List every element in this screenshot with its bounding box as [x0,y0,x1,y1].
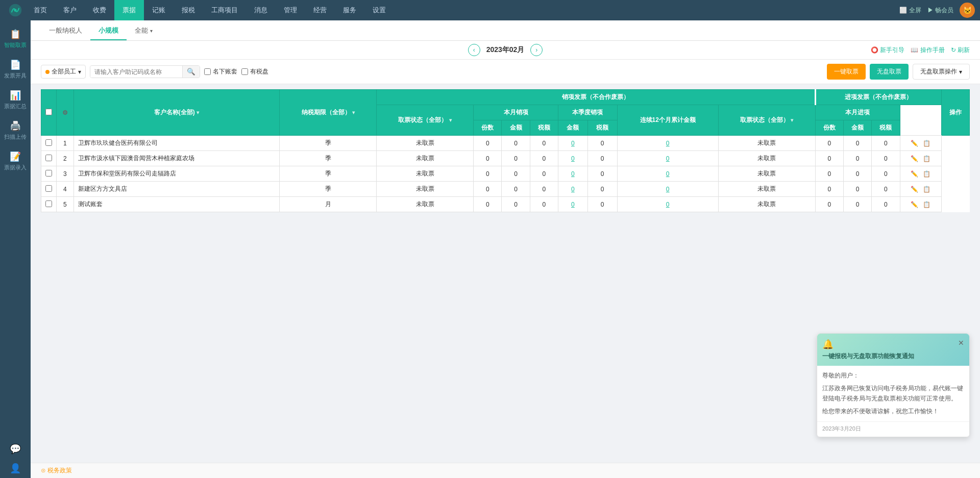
row-checkbox[interactable] [45,139,52,146]
row-cum12: 0 [617,182,718,197]
invoice-table: ⚙ 客户名称(全部) ▾ 纳税期限（全部） ▾ 销项发票（不合作废票） 进项发票… [41,89,970,212]
row-sq-tax: 0 [587,197,617,212]
tab-small-scale[interactable]: 小规模 [90,22,127,40]
nav-service[interactable]: 服务 [335,0,364,20]
row-edit-btn[interactable]: ✏️ [911,201,918,208]
no-disk-fetch-btn[interactable]: 无盘取票 [870,64,909,80]
sq-amount-link[interactable]: 0 [571,201,575,208]
sidebar-item-scan-upload[interactable]: 🖨️ 扫描上传 [1,116,30,145]
row-detail-btn[interactable]: 📋 [923,170,930,178]
tax-policy-link[interactable]: ⊙ 税务政策 [41,466,72,475]
row-detail-btn[interactable]: 📋 [923,140,930,147]
tab-all[interactable]: 全能 ▾ [127,22,161,40]
no-disk-ops-btn[interactable]: 无盘取票操作 ▾ [913,64,970,80]
nav-bookkeeping[interactable]: 记账 [144,0,174,20]
row-sm-amount: 0 [502,197,530,212]
row-pm-amount: 0 [844,197,872,212]
sidebar-item-help[interactable]: 💬 [1,439,30,459]
row-checkbox[interactable] [45,155,52,161]
row-checkbox[interactable] [45,185,52,192]
row-sm-amount: 0 [502,166,530,182]
period-filter-icon[interactable]: ▾ [352,110,355,115]
checkbox-has-tax-disk[interactable]: 有税盘 [241,67,268,76]
app-logo [5,0,26,20]
row-customer-name: 卫辉市汲水镇下园澳音闻营木种植家庭农场 [74,151,280,166]
top-navigation: 首页 客户 收费 票据 记账 报税 工商项目 消息 管理 经营 服务 设置 ⬜ … [0,0,980,20]
row-edit-btn[interactable]: ✏️ [911,170,918,178]
cum12-link[interactable]: 0 [666,201,670,208]
th-customer-name: 客户名称(全部) ▾ [74,90,280,136]
th-sm-amount: 金额 [502,120,530,136]
vip-btn[interactable]: ▶ 畅会员 [927,6,953,15]
emp-select-label: 全部员工 [52,67,76,76]
sq-amount-link[interactable]: 0 [571,170,575,178]
notification-content: 江苏政务网已恢复访问电子税务局功能，易代账一键登陆电子税务局与无盘取票相关功能可… [822,384,964,403]
row-sm-count: 0 [474,166,502,182]
row-checkbox[interactable] [45,200,52,207]
sidebar-item-invoice-entry[interactable]: 📝 票据录入 [1,147,30,175]
tab-general-taxpayer[interactable]: 一般纳税人 [41,22,90,40]
checkbox-has-tax-disk-input[interactable] [241,68,248,75]
nav-manage[interactable]: 管理 [276,0,305,20]
row-edit-btn[interactable]: ✏️ [911,155,918,162]
sidebar-item-smart-fetch[interactable]: 📋 智能取票 [1,24,30,53]
nav-customer[interactable]: 客户 [55,0,85,20]
sidebar-item-user[interactable]: 👤 [1,459,30,478]
sidebar-item-invoice-summary[interactable]: 📊 票据汇总 [1,86,30,114]
row-detail-btn[interactable]: 📋 [923,201,930,208]
cum12-link[interactable]: 0 [666,170,670,178]
row-operations: ✏️ 📋 [900,151,941,166]
nav-fee[interactable]: 收费 [85,0,114,20]
period-next-btn[interactable]: › [530,44,543,56]
search-input[interactable] [90,66,182,78]
select-all-checkbox[interactable] [45,109,52,115]
cum12-link[interactable]: 0 [666,155,670,162]
sidebar-item-invoice-open[interactable]: 📄 发票开具 [1,55,30,84]
th-purchase-status: 取票状态（全部） ▾ [718,105,815,136]
fullscreen-btn[interactable]: ⬜ 全屏 [899,6,921,15]
search-button[interactable]: 🔍 [182,66,200,78]
nav-operation[interactable]: 经营 [305,0,335,20]
row-checkbox[interactable] [45,170,52,177]
sq-amount-link[interactable]: 0 [571,155,575,162]
period-prev-btn[interactable]: ‹ [468,44,480,56]
help-icon: 💬 [10,443,21,455]
row-pm-amount: 0 [844,166,872,182]
avatar[interactable]: 🐱 [960,3,975,18]
row-index: 5 [57,197,74,212]
notification-close-btn[interactable]: ✕ [958,339,964,347]
nav-settings[interactable]: 设置 [364,0,394,20]
nav-home[interactable]: 首页 [26,0,55,20]
sq-amount-link[interactable]: 0 [571,140,575,147]
sq-amount-link[interactable]: 0 [571,186,575,193]
nav-tax[interactable]: 报税 [174,0,203,20]
th-cumulative: 连续12个月累计金额 [617,105,718,136]
sales-status-filter-icon[interactable]: ▾ [449,117,452,123]
nav-business[interactable]: 工商项目 [203,0,246,20]
one-key-fetch-btn[interactable]: 一键取票 [827,64,866,80]
row-purchase-status: 未取票 [718,182,815,197]
row-edit-btn[interactable]: ✏️ [911,186,918,193]
row-pm-count: 0 [815,151,843,166]
operation-manual-btn[interactable]: 📖 操作手册 [911,46,944,55]
user-icon: 👤 [10,463,21,474]
row-detail-btn[interactable]: 📋 [923,186,930,193]
th-checkbox [41,90,57,136]
checkbox-own-books[interactable]: 名下账套 [204,67,237,76]
nav-invoice[interactable]: 票据 [114,0,144,20]
new-guide-btn[interactable]: ⭕ 新手引导 [871,46,904,55]
nav-message[interactable]: 消息 [246,0,276,20]
checkbox-own-books-input[interactable] [204,68,211,75]
th-sm-count: 份数 [474,120,502,136]
row-detail-btn[interactable]: 📋 [923,155,930,162]
cum12-link[interactable]: 0 [666,140,670,147]
refresh-btn[interactable]: ↻ 刷新 [951,46,970,55]
purchase-status-filter-icon[interactable]: ▾ [791,117,793,123]
customer-filter-icon[interactable]: ▾ [197,110,199,115]
no-disk-ops-dropdown-icon: ▾ [959,68,962,76]
employee-select[interactable]: 全部员工 ▾ [41,65,86,79]
settings-icon[interactable]: ⚙ [62,109,68,116]
row-edit-btn[interactable]: ✏️ [911,140,918,147]
row-sm-amount: 0 [502,151,530,166]
cum12-link[interactable]: 0 [666,186,670,193]
